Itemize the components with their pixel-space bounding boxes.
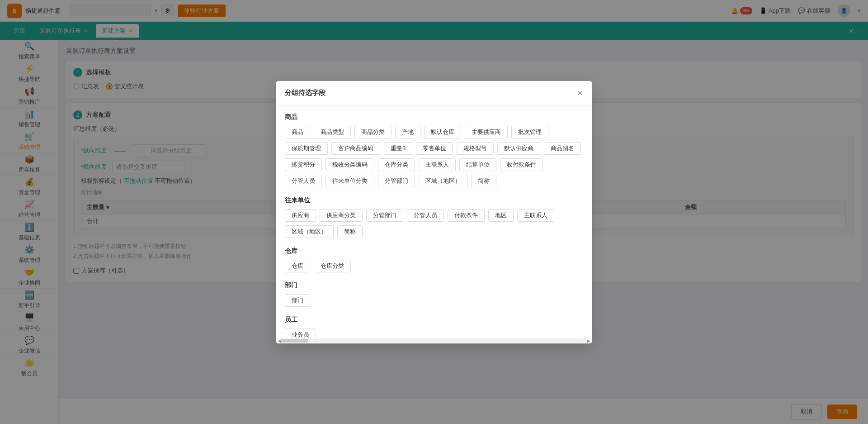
hscroll-right-icon[interactable]: ▶ <box>587 338 590 344</box>
staff-fields: 业务员 <box>285 329 583 338</box>
field-group-title-partner: 往来单位 <box>285 196 583 205</box>
field-tag[interactable]: 产地 <box>395 126 420 138</box>
modal-overlay: 分组待选字段 ✕ 商品 商品 商品类型 商品分类 产地 默认仓库 主要供应商 批… <box>0 0 868 424</box>
field-group-title-product: 商品 <box>285 113 583 121</box>
field-tag[interactable]: 供应商分类 <box>320 209 363 222</box>
field-group-title-dept: 部门 <box>285 281 583 290</box>
modal-close-btn[interactable]: ✕ <box>576 88 583 98</box>
field-tag[interactable]: 税收分类编码 <box>326 158 374 171</box>
field-tag[interactable]: 默认供应商 <box>497 142 540 155</box>
field-tag[interactable]: 客户商品编码 <box>331 142 380 155</box>
product-fields: 商品 商品类型 商品分类 产地 默认仓库 主要供应商 批次管理 保质期管理 客户… <box>285 126 583 187</box>
modal: 分组待选字段 ✕ 商品 商品 商品类型 商品分类 产地 默认仓库 主要供应商 批… <box>276 81 592 343</box>
field-tag[interactable]: 重量3 <box>384 142 412 155</box>
field-tag[interactable]: 商品分类 <box>354 126 392 138</box>
field-tag[interactable]: 简称 <box>471 175 496 187</box>
field-group-staff: 员工 业务员 <box>285 316 583 338</box>
field-group-dept: 部门 部门 <box>285 281 583 307</box>
field-tag[interactable]: 规格型号 <box>457 142 494 155</box>
partner-fields: 供应商 供应商分类 分管部门 分管人员 付款条件 地区 主联系人 区域（地区） … <box>285 209 583 238</box>
field-tag[interactable]: 商品别名 <box>544 142 581 155</box>
field-tag[interactable]: 仓库 <box>285 260 310 272</box>
field-tag[interactable]: 地区 <box>488 209 514 222</box>
field-tag[interactable]: 主要供应商 <box>465 126 508 138</box>
field-group-product: 商品 商品 商品类型 商品分类 产地 默认仓库 主要供应商 批次管理 保质期管理… <box>285 113 583 187</box>
field-tag[interactable]: 区域（地区） <box>285 225 334 238</box>
field-tag[interactable]: 供应商 <box>285 209 316 222</box>
field-tag[interactable]: 分管部门 <box>366 209 403 222</box>
dept-fields: 部门 <box>285 294 583 307</box>
field-tag[interactable]: 零售单位 <box>416 142 453 155</box>
modal-title: 分组待选字段 <box>285 89 326 97</box>
field-tag[interactable]: 仓库分类 <box>314 260 351 272</box>
field-group-partner: 往来单位 供应商 供应商分类 分管部门 分管人员 付款条件 地区 主联系人 区域… <box>285 196 583 238</box>
field-tag[interactable]: 业务员 <box>285 329 316 338</box>
hscroll-thumb <box>281 339 308 343</box>
field-group-warehouse: 仓库 仓库 仓库分类 <box>285 247 583 272</box>
field-tag[interactable]: 主联系人 <box>517 209 554 222</box>
field-tag[interactable]: 保质期管理 <box>285 142 328 155</box>
field-tag[interactable]: 仓库分类 <box>378 158 415 171</box>
field-tag[interactable]: 商品 <box>285 126 310 138</box>
field-tag[interactable]: 拣货积分 <box>285 158 322 171</box>
hscroll-left-icon[interactable]: ◀ <box>278 338 281 344</box>
field-tag[interactable]: 区域（地区） <box>419 175 467 187</box>
field-tag[interactable]: 分管人员 <box>407 209 444 222</box>
modal-body: 商品 商品 商品类型 商品分类 产地 默认仓库 主要供应商 批次管理 保质期管理… <box>276 106 592 338</box>
field-tag[interactable]: 付款条件 <box>448 209 485 222</box>
field-tag[interactable]: 商品类型 <box>314 126 351 138</box>
modal-hscroll: ◀ ▶ <box>276 338 592 343</box>
field-group-title-staff: 员工 <box>285 316 583 324</box>
field-tag[interactable]: 收付款条件 <box>500 158 543 171</box>
modal-header: 分组待选字段 ✕ <box>276 81 592 106</box>
field-tag[interactable]: 分管人员 <box>285 175 322 187</box>
warehouse-fields: 仓库 仓库分类 <box>285 260 583 272</box>
field-group-title-warehouse: 仓库 <box>285 247 583 255</box>
hscroll-track <box>281 339 587 343</box>
field-tag[interactable]: 默认仓库 <box>424 126 461 138</box>
field-tag[interactable]: 简称 <box>337 225 363 238</box>
field-tag[interactable]: 分管部门 <box>378 175 415 187</box>
field-tag[interactable]: 批次管理 <box>511 126 548 138</box>
field-tag[interactable]: 往来单位分类 <box>326 175 374 187</box>
field-tag[interactable]: 结算单位 <box>459 158 496 171</box>
field-tag[interactable]: 部门 <box>285 294 310 307</box>
field-tag[interactable]: 主联系人 <box>419 158 456 171</box>
